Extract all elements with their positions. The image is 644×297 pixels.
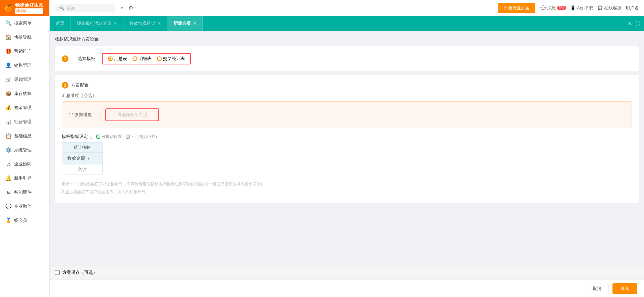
radio-cross-label: 交叉统计表: [163, 56, 185, 62]
service-icon: 🎧: [597, 5, 603, 10]
message-label: 消息: [547, 5, 556, 11]
tab-expand-controls: ✕ ⛶: [624, 16, 644, 31]
tab-home[interactable]: 首页: [50, 16, 71, 31]
tab-receipt[interactable]: 收款情况统计 ✕: [123, 16, 167, 31]
topbar-icon-group: 💬 消息 99+ 📱 App下载 🎧 在线客服 用户名: [540, 5, 639, 11]
trial-button[interactable]: 体验行业方案: [498, 3, 535, 13]
fixed-indicator: [126, 135, 130, 139]
home-icon: 🏠: [5, 34, 11, 40]
topbar-settings-icon[interactable]: ⚙: [128, 5, 133, 11]
sidebar-item-guide[interactable]: 🔔 新手引导: [0, 171, 49, 185]
tab-receipt-close[interactable]: ✕: [158, 21, 161, 26]
sidebar-item-nav[interactable]: 🏠 快捷导航: [0, 30, 49, 44]
hint-fixed: 不可拖动位置）: [126, 134, 159, 140]
message-badge: 99+: [557, 6, 566, 10]
tab-bar: 首页 现金银行流水查询 ✕ 收款情况统计 ✕ 新建方案 ✕ ✕ ⛶: [50, 16, 644, 31]
search-icon: 🔍: [59, 5, 64, 10]
sidebar-item-basic[interactable]: 📋 基础信息: [0, 129, 49, 143]
summary-dim-label: 汇总维度（必选）: [62, 93, 632, 99]
tab-new-plan-close[interactable]: ✕: [193, 21, 196, 26]
query-button[interactable]: 查询: [612, 283, 637, 294]
radio-detail[interactable]: 明细表: [132, 56, 152, 62]
metrics-table: 统计指标 收款金额 ▾ 合计: [62, 142, 103, 175]
topbar-search[interactable]: 🔍 搜索: [55, 4, 115, 12]
sidebar-item-label: 资金管理: [14, 105, 32, 111]
sidebar-item-wechat[interactable]: 💬 企业微信: [0, 199, 49, 213]
message-item[interactable]: 💬 消息 99+: [540, 5, 566, 11]
radio-cross[interactable]: 交叉统计表: [157, 56, 185, 62]
username[interactable]: 用户名: [626, 5, 639, 11]
save-label: 方案保存（可选）: [62, 269, 97, 276]
content-area: 收款情况统计方案设置 1 选择模板 汇总表 明细表 交: [50, 31, 644, 265]
radio-detail-dot: [132, 56, 137, 61]
tab-receipt-label: 收款情况统计: [129, 20, 156, 27]
sidebar-item-system[interactable]: ⚙️ 系统管理: [0, 143, 49, 157]
metrics-section: 模板指标设定（ 可拖动位置 不可拖动位置） 统计指标 收款金额: [62, 134, 632, 176]
logo-text: 畅捷通好生意: [15, 2, 43, 8]
metrics-table-header: 统计指标: [62, 143, 102, 153]
save-row: 方案保存（可选）: [50, 265, 644, 280]
message-icon: 💬: [540, 5, 546, 10]
vertical-dim-label: * * 纵向维度: [69, 112, 92, 118]
template-options-box: 汇总表 明细表 交叉统计表: [102, 53, 191, 64]
tip-line2: 2.点击标题栏下拉可设置排序、插入列和删除列: [62, 188, 632, 196]
cancel-button[interactable]: 取消: [586, 283, 608, 294]
chart-icon: 📊: [5, 119, 11, 125]
sidebar-item-label: 智能硬件: [14, 189, 32, 195]
tab-bank-close[interactable]: ✕: [114, 21, 117, 26]
logo-icon: 🍊: [4, 4, 12, 12]
sidebar-item-hardware[interactable]: 🖥 智能硬件: [0, 185, 49, 199]
sidebar-item-label: 基础信息: [14, 133, 32, 139]
sidebar-item-label: 企业微信: [14, 203, 32, 209]
radio-summary[interactable]: 汇总表: [108, 56, 127, 62]
box-icon: 📦: [5, 91, 11, 97]
sidebar-item-label: 系统管理: [14, 147, 32, 153]
sidebar-item-label: 经营管理: [14, 119, 32, 125]
radio-summary-label: 汇总表: [114, 56, 127, 62]
service-item[interactable]: 🎧 在线客服: [597, 5, 622, 11]
close-all-icon[interactable]: ✕: [628, 21, 632, 26]
tab-bank-label: 现金银行流水查询: [77, 20, 112, 27]
dropdown-arrow-icon[interactable]: ▾: [88, 156, 90, 161]
tip-line1: 提示： 1.拖动标题栏可以调整布局，不可跨维度或指标区域拖动栏目字段(只能在同一…: [62, 180, 632, 188]
sidebar-item-label: 销售管理: [14, 62, 32, 68]
device-icon: 🖥: [5, 189, 11, 195]
save-checkbox[interactable]: [55, 270, 60, 275]
draggable-indicator: [96, 135, 100, 139]
sidebar-item-collab[interactable]: 🗂 企业协同: [0, 157, 49, 171]
sidebar-item-label: 新手引导: [14, 175, 32, 181]
logo-badge: 标准版: [15, 8, 43, 14]
member-icon: 🏅: [5, 217, 11, 224]
template-row: 1 选择模板 汇总表 明细表 交叉统计表: [62, 53, 632, 64]
sidebar-item-label: 搜索菜单: [14, 20, 32, 26]
sidebar-logo: 🍊 畅捷通好生意 标准版: [0, 0, 49, 16]
info-icon: 📋: [5, 133, 11, 139]
step2-label: 方案配置: [71, 82, 89, 88]
topbar: 🔍 搜索 ▾ ⚙ 体验行业方案 💬 消息 99+ 📱 App下载 🎧 在线客服: [50, 0, 644, 16]
sidebar-item-inventory[interactable]: 📦 库存核算: [0, 87, 49, 101]
sidebar-item-management[interactable]: 📊 经营管理: [0, 115, 49, 129]
step1-label: 选择模板: [78, 56, 95, 62]
sidebar-item-member[interactable]: 🏅 畅会员: [0, 213, 49, 228]
expand-icon[interactable]: ⛶: [636, 21, 640, 26]
tab-bank[interactable]: 现金银行流水查询 ✕: [71, 16, 123, 31]
download-item[interactable]: 📱 App下载: [570, 5, 593, 11]
sidebar-item-marketing[interactable]: 🎁 营销推广: [0, 44, 49, 58]
sidebar-item-finance[interactable]: 💰 资金管理: [0, 101, 49, 115]
sidebar-item-purchase[interactable]: 🛒 采购管理: [0, 72, 49, 87]
bell-icon: 🔔: [5, 175, 11, 181]
tab-new-plan[interactable]: 新建方案 ✕: [167, 16, 203, 31]
topbar-chevron[interactable]: ▾: [121, 5, 123, 10]
download-label: App下载: [577, 5, 593, 11]
metrics-hint: 模板指标设定（ 可拖动位置 不可拖动位置）: [62, 134, 632, 140]
sidebar-item-label: 营销推广: [14, 48, 32, 54]
dimension-selector[interactable]: 请选择分组维度: [105, 108, 159, 121]
sidebar-item-sales[interactable]: 👤 销售管理: [0, 58, 49, 72]
sidebar-item-search[interactable]: 🔍 搜索菜单: [0, 16, 49, 30]
metrics-label-text: 模板指标设定（: [62, 134, 92, 139]
download-icon: 📱: [570, 5, 576, 10]
metrics-cell-amount[interactable]: 收款金额 ▾: [62, 153, 102, 164]
sidebar-item-label: 畅会员: [14, 217, 27, 224]
step1-badge: 1: [62, 55, 68, 62]
sidebar: 🍊 畅捷通好生意 标准版 🔍 搜索菜单 🏠 快捷导航 🎁 营销推广 👤 销售管理…: [0, 0, 50, 297]
